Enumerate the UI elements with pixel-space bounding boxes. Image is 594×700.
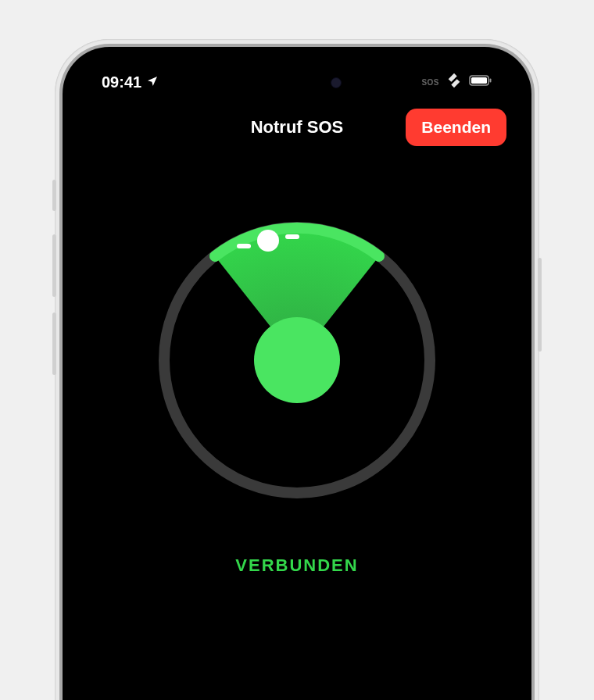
volume-up-button: [52, 234, 56, 297]
volume-down-button: [52, 312, 56, 375]
screen: 09:41 SOS: [63, 47, 531, 700]
connection-status: VERBUNDEN: [63, 555, 531, 576]
svg-rect-1: [471, 77, 487, 84]
camera-dot: [331, 77, 342, 88]
phone-frame: 09:41 SOS: [55, 39, 539, 700]
svg-point-4: [254, 317, 340, 403]
svg-point-6: [257, 230, 279, 252]
time-label: 09:41: [102, 73, 141, 91]
status-left: 09:41: [102, 73, 159, 91]
status-right: SOS: [421, 72, 492, 92]
page-title: Notruf SOS: [251, 117, 344, 138]
power-button: [538, 258, 542, 352]
radar-container: [63, 216, 531, 505]
svg-rect-7: [285, 234, 299, 239]
satellite-radar: [152, 216, 442, 505]
battery-icon: [469, 75, 492, 89]
svg-rect-5: [237, 244, 251, 248]
satellite-icon: [446, 72, 463, 92]
side-button: [52, 180, 56, 211]
end-button[interactable]: Beenden: [406, 109, 506, 146]
phone-inner-frame: 09:41 SOS: [59, 44, 535, 700]
header: Notruf SOS Beenden: [63, 94, 531, 138]
location-icon: [146, 73, 159, 91]
dynamic-island: [238, 67, 356, 98]
svg-rect-2: [490, 79, 492, 83]
sos-indicator: SOS: [421, 78, 439, 87]
